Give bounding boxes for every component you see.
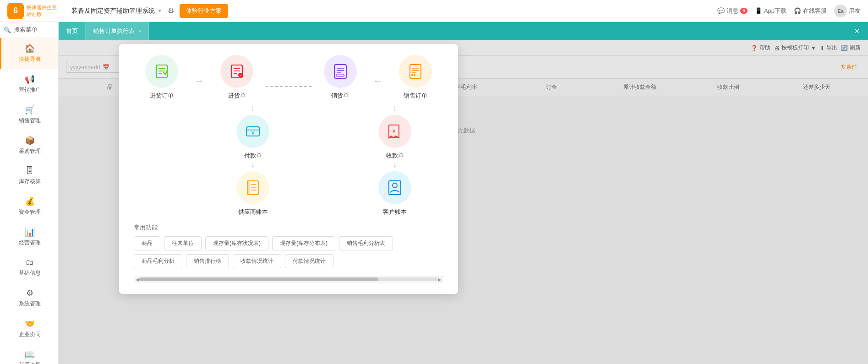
flow-node-customer-ledger[interactable]: 客户账本	[363, 171, 427, 216]
tab-sales-order-exec[interactable]: 销售订单执行表 ×	[86, 22, 149, 40]
system-title: 装备及固定资产辅助管理系统 ▼	[71, 7, 162, 15]
flow-node-sales-order[interactable]: 销售订单	[388, 55, 443, 100]
sidebar: 🔍 搜索菜单 🏠快捷导航📢营销推广🛒销售管理📦采购管理🗄库存核算💰资金管理📊经营…	[0, 22, 59, 364]
sidebar-item-newbie[interactable]: 📖新手引导	[0, 344, 58, 364]
svg-text:✓: ✓	[239, 74, 242, 78]
gear-icon[interactable]: ⚙	[168, 6, 174, 15]
scrollbar-left-arrow[interactable]: ◀	[136, 277, 139, 282]
message-button[interactable]: 💬 消息 6	[717, 7, 748, 15]
customer-ledger-icon	[378, 171, 411, 204]
function-buttons: 商品往来单位现存量(库存状况表)现存量(库存分布表)销售毛利分析表商品毛利分析销…	[134, 236, 443, 268]
trial-button[interactable]: 体验行业方案	[180, 4, 228, 18]
purchase-bill-icon: ✓	[220, 55, 253, 88]
sales-order-label: 销售订单	[404, 92, 427, 100]
tab-home[interactable]: 首页	[59, 22, 86, 40]
func-btn-往来单位[interactable]: 往来单位	[164, 236, 202, 250]
tab-close-icon[interactable]: ×	[138, 28, 141, 34]
system-dropdown-icon[interactable]: ▼	[158, 8, 162, 13]
sidebar-label-finance: 资金管理	[19, 208, 41, 216]
flow-modal: 进货订单 → ✓	[119, 44, 458, 294]
func-btn-现存量(库存分布表)[interactable]: 现存量(库存分布表)	[272, 236, 335, 250]
sidebar-label-quick-nav: 快捷导航	[19, 55, 41, 63]
sales-order-exec-tab-label: 销售订单执行表	[93, 27, 135, 35]
func-btn-现存量(库存状况表)[interactable]: 现存量(库存状况表)	[205, 236, 268, 250]
sales-bill-label: 销货单	[331, 92, 349, 100]
sidebar-item-sales[interactable]: 🛒销售管理	[0, 99, 58, 130]
payment-icon: ¥	[236, 115, 269, 148]
scrollbar-track	[139, 277, 438, 281]
sidebar-item-finance[interactable]: 💰资金管理	[0, 191, 58, 222]
modal-scrollbar[interactable]: ◀ ▶	[134, 276, 443, 283]
sidebar-label-basic: 基础信息	[19, 269, 41, 277]
sidebar-icon-purchase: 📦	[25, 136, 35, 146]
sidebar-item-basic[interactable]: 🗂基础信息	[0, 252, 58, 283]
func-btn-销售排行榜[interactable]: 销售排行榜	[186, 254, 229, 268]
sidebar-icon-marketing: 📢	[25, 74, 35, 84]
sidebar-icon-basic: 🗂	[26, 258, 34, 267]
sidebar-label-inventory: 库存核算	[19, 178, 41, 185]
sidebar-label-purchase: 采购管理	[19, 147, 41, 155]
sidebar-label-newbie: 新手引导	[19, 361, 41, 364]
app-download-button[interactable]: 📱 App下载	[755, 7, 786, 15]
service-icon: 🎧	[794, 7, 801, 14]
sales-bill-icon	[324, 55, 357, 88]
purchase-order-icon	[145, 55, 178, 88]
supplier-ledger-label: 供应商账本	[238, 208, 268, 216]
func-btn-付款情况统计[interactable]: 付款情况统计	[285, 254, 333, 268]
receipt-label: 收款单	[386, 152, 404, 160]
func-btn-商品[interactable]: 商品	[134, 236, 160, 250]
svg-point-32	[393, 183, 397, 188]
flow-modal-overlay: 进货订单 → ✓	[59, 40, 868, 364]
sidebar-icon-system: ⚙	[26, 288, 33, 298]
func-btn-收款情况统计[interactable]: 收款情况统计	[233, 254, 281, 268]
tab-bar: 首页 销售订单执行表 × ×	[59, 22, 868, 40]
flow-node-receipt[interactable]: ¥ 收款单	[363, 115, 427, 160]
sidebar-item-system[interactable]: ⚙系统管理	[0, 283, 58, 313]
window-close-button[interactable]: ×	[850, 24, 864, 38]
sidebar-item-quick-nav[interactable]: 🏠快捷导航	[0, 38, 58, 69]
func-btn-商品毛利分析[interactable]: 商品毛利分析	[134, 254, 182, 268]
svg-text:¥: ¥	[392, 129, 396, 134]
message-badge: 6	[740, 8, 748, 14]
logo-text: 畅康通好生意 标准版	[27, 4, 57, 17]
sidebar-nav: 🏠快捷导航📢营销推广🛒销售管理📦采购管理🗄库存核算💰资金管理📊经营管理🗂基础信息…	[0, 38, 58, 364]
flow-node-supplier-ledger[interactable]: 供应商账本	[221, 171, 285, 216]
sidebar-icon-sales: 🛒	[25, 105, 35, 115]
purchase-bill-label: 进货单	[228, 92, 246, 100]
sidebar-label-marketing: 营销推广	[19, 86, 41, 94]
flow-node-purchase-bill[interactable]: ✓ 进货单	[209, 55, 265, 100]
app-icon: 📱	[755, 7, 762, 14]
flow-node-payment[interactable]: ¥ 付款单	[221, 115, 285, 160]
home-tab-label: 首页	[66, 27, 78, 35]
sidebar-label-system: 系统管理	[19, 300, 41, 308]
supplier-ledger-icon	[236, 171, 269, 204]
func-btn-销售毛利分析表[interactable]: 销售毛利分析表	[339, 236, 393, 250]
svg-rect-15	[410, 65, 421, 78]
scrollbar-right-arrow[interactable]: ▶	[438, 277, 442, 282]
sidebar-icon-newbie: 📖	[25, 349, 35, 359]
payment-label: 付款单	[244, 152, 262, 160]
search-icon: 🔍	[4, 27, 11, 33]
logo-area: 6 畅康通好生意 标准版	[7, 3, 66, 19]
sidebar-icon-quick-nav: 🏠	[25, 43, 35, 54]
sidebar-icon-operations: 📊	[25, 227, 35, 237]
scrollbar-thumb[interactable]	[139, 277, 378, 281]
sidebar-item-purchase[interactable]: 📦采购管理	[0, 130, 58, 161]
svg-text:¥: ¥	[251, 131, 254, 136]
customer-ledger-label: 客户账本	[383, 208, 407, 216]
sidebar-item-collab[interactable]: 🤝企业协同	[0, 313, 58, 344]
flow-node-purchase-order[interactable]: 进货订单	[134, 55, 189, 100]
content-body: ❓ 帮助 🖨 按模板打印 ▼ ⬆ 导出 🔄 刷新	[59, 40, 868, 364]
logo-icon: 6	[7, 3, 24, 19]
sidebar-item-marketing[interactable]: 📢营销推广	[0, 69, 58, 99]
sidebar-item-operations[interactable]: 📊经营管理	[0, 222, 58, 252]
online-service-button[interactable]: 🎧 在线客服	[794, 7, 827, 15]
top-right-actions: 💬 消息 6 📱 App下载 🎧 在线客服 Ea 用友	[717, 5, 861, 17]
flow-node-sales-bill[interactable]: 销货单	[312, 55, 368, 100]
svg-point-19	[411, 74, 413, 76]
user-profile-button[interactable]: Ea 用友	[834, 5, 861, 17]
search-menu-button[interactable]: 🔍 搜索菜单	[0, 22, 58, 38]
svg-rect-14	[337, 74, 344, 76]
sidebar-item-inventory[interactable]: 🗄库存核算	[0, 161, 58, 191]
common-functions-title: 常用功能	[134, 223, 443, 232]
